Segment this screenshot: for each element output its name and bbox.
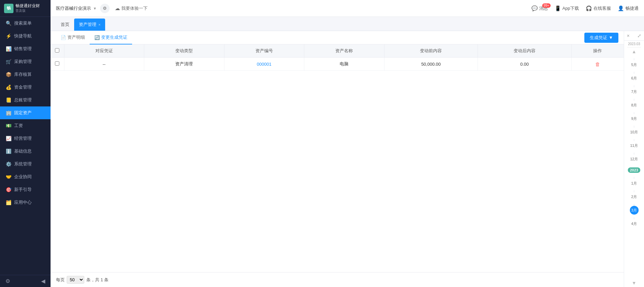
- right-panel-close-button[interactable]: ×: [627, 33, 630, 38]
- tab-asset-management[interactable]: 资产管理 ×: [74, 19, 105, 31]
- logo-icon: 畅: [4, 4, 13, 13]
- sidebar-item-purchase[interactable]: 🛒 采购管理: [0, 55, 51, 68]
- gear-icon: ⚙: [103, 6, 107, 11]
- timeline-month-5[interactable]: 5月: [624, 57, 644, 70]
- sidebar-item-label: 工资: [14, 123, 23, 129]
- table-container: 对应凭证 变动类型 资产编号 资产名称 变动前内容 变动后内容 操作: [51, 44, 624, 272]
- topbar-settings-button[interactable]: ⚙: [100, 4, 110, 13]
- th-before-change: 变动前内容: [384, 44, 478, 58]
- basic-info-icon: ℹ️: [5, 148, 11, 154]
- row-change-type: 资产清理: [144, 58, 224, 71]
- purchase-icon: 🛒: [5, 59, 11, 65]
- sidebar-item-guide[interactable]: 🎯 新手引导: [0, 183, 51, 196]
- app-download-button[interactable]: 📱 App下载: [555, 5, 579, 11]
- timeline-month-9[interactable]: 9月: [624, 111, 644, 124]
- sidebar-item-label: 基础信息: [14, 148, 32, 154]
- timeline-month-12[interactable]: 12月: [624, 151, 644, 165]
- row-voucher: --: [64, 58, 144, 71]
- sidebar-bottom: ⚙ ◀: [0, 275, 51, 287]
- experience-button[interactable]: ☁ 我要体验一下: [115, 5, 148, 11]
- company-name: 医疗器械行业演示: [56, 5, 91, 11]
- timeline-month-10[interactable]: 10月: [624, 124, 644, 138]
- inner-tab-change-voucher[interactable]: 🔄 变更生成凭证: [90, 31, 132, 44]
- online-service-button[interactable]: 🎧 在线客服: [586, 5, 611, 11]
- sales-icon: 📊: [5, 46, 11, 52]
- fixed-assets-icon: 🏢: [5, 110, 11, 116]
- sidebar-item-app-center[interactable]: 🗂️ 应用中心: [0, 196, 51, 209]
- generate-voucher-button[interactable]: 生成凭证 ▼: [584, 33, 618, 43]
- per-page-select[interactable]: 10 20 50 100: [67, 276, 84, 284]
- quick-nav-icon: ⚡: [5, 33, 11, 39]
- pagination: 每页 10 20 50 100 条，共 1 条: [51, 272, 624, 287]
- sidebar-item-fixed-assets[interactable]: 🏢 固定资产: [0, 106, 51, 119]
- enterprise-icon: 🤝: [5, 174, 11, 180]
- timeline-year-2023: 2023: [624, 165, 644, 176]
- inner-tab-asset-detail[interactable]: 📄 资产明细: [56, 31, 90, 44]
- sidebar-item-funds[interactable]: 💰 资金管理: [0, 81, 51, 94]
- topbar-right: 💬 消息 99+ 📱 App下载 🎧 在线客服 👤 畅捷通: [531, 5, 639, 11]
- chevron-down-btn-icon: ▼: [609, 35, 613, 40]
- timeline-period-label: 2023.03: [627, 41, 641, 47]
- sidebar-item-label: 销售管理: [14, 46, 32, 52]
- sidebar-item-enterprise[interactable]: 🤝 企业协同: [0, 170, 51, 183]
- app-center-icon: 🗂️: [5, 199, 11, 205]
- right-panel-expand-button[interactable]: ⤢: [637, 33, 641, 38]
- tab-home[interactable]: 首页: [56, 19, 74, 31]
- sidebar-item-label: 快捷导航: [14, 33, 32, 39]
- sidebar-item-inventory[interactable]: 📦 库存核算: [0, 68, 51, 81]
- user-name-label: 畅捷通: [625, 5, 639, 11]
- th-change-type: 变动类型: [144, 44, 224, 58]
- inventory-icon: 📦: [5, 71, 11, 77]
- user-icon: 👤: [618, 5, 624, 11]
- inner-tab-change-voucher-label: 变更生成凭证: [101, 34, 127, 40]
- timeline-month-11[interactable]: 11月: [624, 138, 644, 151]
- row-checkbox-cell: [51, 58, 64, 71]
- phone-icon: 📱: [555, 5, 561, 11]
- sidebar-item-search[interactable]: 🔍 搜索菜单: [0, 17, 51, 30]
- sidebar-item-system[interactable]: ⚙️ 系统管理: [0, 158, 51, 170]
- th-operation: 操作: [571, 44, 624, 58]
- sidebar-item-label: 系统管理: [14, 161, 32, 167]
- timeline-month-7[interactable]: 7月: [624, 84, 644, 97]
- sidebar-item-label: 应用中心: [14, 199, 32, 205]
- timeline-month-1[interactable]: 1月: [624, 176, 644, 189]
- row-checkbox[interactable]: [55, 61, 59, 66]
- refresh-icon: 🔄: [94, 35, 100, 40]
- delete-row-button[interactable]: 🗑: [595, 61, 600, 67]
- table-header-row: 对应凭证 变动类型 资产编号 资产名称 变动前内容 变动后内容 操作: [51, 44, 624, 58]
- timeline-up-button[interactable]: ▲: [631, 47, 638, 56]
- tab-close-icon[interactable]: ×: [98, 23, 100, 27]
- table-row: -- 资产清理 000001 电脑 50,000.00 0.00 🗑: [51, 58, 624, 71]
- tabbar: 首页 资产管理 ×: [51, 17, 644, 31]
- messages-badge: 99+: [542, 3, 551, 8]
- salary-icon: 💵: [5, 123, 11, 129]
- data-table: 对应凭证 变动类型 资产编号 资产名称 变动前内容 变动后内容 操作: [51, 44, 624, 71]
- timeline-month-6[interactable]: 6月: [624, 70, 644, 84]
- timeline-down-button[interactable]: ▼: [631, 279, 638, 287]
- per-page-label: 每页: [56, 277, 65, 283]
- th-asset-code: 资产编号: [224, 44, 304, 58]
- sidebar-item-business[interactable]: 📈 经营管理: [0, 132, 51, 145]
- user-button[interactable]: 👤 畅捷通: [618, 5, 639, 11]
- sidebar-item-ledger[interactable]: 📒 总账管理: [0, 94, 51, 106]
- timeline-month-8[interactable]: 8月: [624, 97, 644, 111]
- timeline-month-4[interactable]: 4月: [624, 216, 644, 229]
- main-area: 医疗器械行业演示 ▼ ⚙ ☁ 我要体验一下 💬 消息 99+ 📱 App下载 🎧…: [51, 0, 644, 287]
- timeline-month-2[interactable]: 2月: [624, 189, 644, 202]
- right-panel-header: × ⤢: [624, 31, 644, 41]
- timeline-month-3[interactable]: 3月: [624, 202, 644, 216]
- settings-bottom-icon[interactable]: ⚙: [5, 278, 10, 284]
- message-icon: 💬: [531, 5, 538, 11]
- sidebar-item-salary[interactable]: 💵 工资: [0, 119, 51, 132]
- sidebar-item-sales[interactable]: 📊 销售管理: [0, 42, 51, 55]
- sidebar-item-quick-nav[interactable]: ⚡ 快捷导航: [0, 30, 51, 42]
- select-all-checkbox[interactable]: [55, 48, 59, 53]
- sidebar-item-basic-info[interactable]: ℹ️ 基础信息: [0, 145, 51, 158]
- cloud-icon: ☁: [115, 5, 120, 11]
- guide-icon: 🎯: [5, 187, 11, 193]
- collapse-icon[interactable]: ◀: [41, 278, 45, 284]
- company-selector[interactable]: 医疗器械行业演示 ▼: [56, 5, 97, 11]
- business-icon: 📈: [5, 135, 11, 141]
- messages-button[interactable]: 💬 消息 99+: [531, 5, 548, 11]
- th-after-change: 变动后内容: [478, 44, 572, 58]
